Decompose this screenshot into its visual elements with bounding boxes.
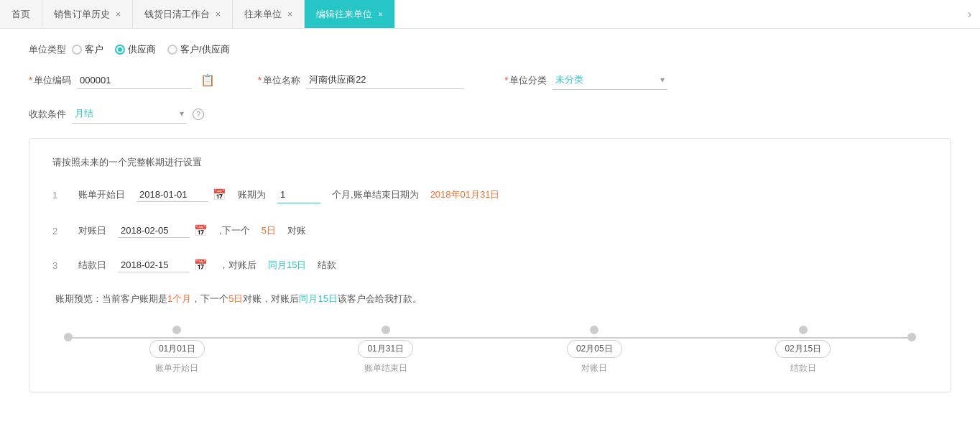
tab-edit-partner[interactable]: 编辑往来单位 × <box>305 0 395 28</box>
unit-category-group: *单位分类 未分类 ▾ <box>504 70 667 90</box>
timeline-dot-3 <box>590 326 598 334</box>
settings-panel: 请按照未来的一个完整帐期进行设置 1 账单开始日 📅 账期为 个月,账单结束日期… <box>29 138 951 392</box>
tab-partner-label: 往来单位 <box>244 8 282 21</box>
tab-sales-history[interactable]: 销售订单历史 × <box>42 0 133 28</box>
timeline-node-3: 02月05日 对账日 <box>490 326 699 374</box>
required-star-name: * <box>258 75 262 86</box>
radio-customer-circle <box>72 45 82 55</box>
setting-row-3: 3 结款日 📅 ，对账后同月15日结款 <box>52 258 928 272</box>
preview-prefix: 账期预览：当前客户账期是 <box>55 293 167 304</box>
settlement-date-input[interactable] <box>118 258 190 272</box>
unit-info-row: *单位编码 📋 *单位名称 *单位分类 未分类 ▾ <box>29 70 951 90</box>
tab-partner[interactable]: 往来单位 × <box>233 0 305 28</box>
setting-label-1: 账单开始日 <box>78 188 125 201</box>
settlement-desc-suffix: 结款 <box>318 259 336 272</box>
timeline-dot-4 <box>799 326 808 334</box>
radio-both[interactable]: 客户/供应商 <box>167 43 230 56</box>
settlement-date-calendar-icon[interactable]: 📅 <box>194 259 208 272</box>
setting-num-1: 1 <box>52 190 67 201</box>
timeline-date-1: 01月01日 <box>149 340 205 358</box>
period-end-date: 2018年01月31日 <box>430 188 500 201</box>
tab-sales-history-label: 销售订单历史 <box>54 8 110 21</box>
unit-name-group: *单位名称 <box>258 72 464 89</box>
reconcile-desc-highlight: 5日 <box>262 224 276 237</box>
timeline-label-1: 账单开始日 <box>155 362 198 374</box>
period-unit: 个月,账单结束日期为 <box>332 188 419 201</box>
timeline-label-3: 对账日 <box>581 362 607 374</box>
tab-partner-close[interactable]: × <box>287 9 292 19</box>
timeline-node-1: 01月01日 账单开始日 <box>73 326 282 374</box>
radio-both-label: 客户/供应商 <box>180 43 230 56</box>
tab-cash-work-close[interactable]: × <box>216 9 221 19</box>
radio-customer-label: 客户 <box>85 43 103 56</box>
required-star-code: * <box>29 75 32 86</box>
preview-text: 账期预览：当前客户账期是1个月，下一个5日对账，对账后同月15日该客户会给我打款… <box>52 293 928 305</box>
unit-code-input[interactable] <box>77 72 192 89</box>
start-date-input[interactable] <box>137 188 208 202</box>
settlement-desc-prefix: ，对账后 <box>219 259 256 272</box>
unit-category-value: 未分类 <box>555 73 655 86</box>
tab-expand-button[interactable]: › <box>959 0 980 28</box>
payment-row: 收款条件 月结 ▾ ? <box>29 104 951 124</box>
unit-code-group: *单位编码 📋 <box>29 72 218 89</box>
tab-edit-partner-label: 编辑往来单位 <box>316 8 372 21</box>
timeline-date-2: 01月31日 <box>358 340 413 358</box>
timeline-end-dot <box>907 333 916 341</box>
payment-select[interactable]: 月结 ▾ <box>72 104 187 124</box>
tab-sales-history-close[interactable]: × <box>116 9 121 19</box>
period-label: 账期为 <box>238 188 266 201</box>
timeline-wrapper: 01月01日 账单开始日 01月31日 账单结束日 02月05日 对账日 02月… <box>52 326 928 374</box>
tab-home[interactable]: 首页 <box>0 0 42 28</box>
timeline-label-2: 账单结束日 <box>364 362 407 374</box>
reconcile-date-calendar-icon[interactable]: 📅 <box>194 224 208 237</box>
payment-label: 收款条件 <box>29 108 66 121</box>
radio-supplier[interactable]: 供应商 <box>115 43 156 56</box>
unit-category-label: *单位分类 <box>504 74 547 87</box>
radio-customer[interactable]: 客户 <box>72 43 103 56</box>
setting-label-2: 对账日 <box>78 224 106 237</box>
setting-label-3: 结款日 <box>78 259 106 272</box>
timeline-start-dot <box>64 333 73 341</box>
tab-edit-partner-close[interactable]: × <box>378 9 383 19</box>
timeline-date-4: 02月15日 <box>775 340 831 358</box>
unit-name-input[interactable] <box>306 72 464 89</box>
reconcile-desc-prefix: ,下一个 <box>219 224 250 237</box>
unit-type-group: 单位类型 客户 供应商 客户/供应商 <box>29 43 230 56</box>
preview-middle2: 对账，对账后 <box>243 293 299 304</box>
preview-suffix: 该客户会给我打款。 <box>338 293 422 304</box>
preview-highlight1: 1个月 <box>167 293 191 304</box>
payment-group: 收款条件 月结 ▾ ? <box>29 104 204 124</box>
preview-middle1: ，下一个 <box>191 293 228 304</box>
timeline: 01月01日 账单开始日 01月31日 账单结束日 02月05日 对账日 02月… <box>52 326 928 374</box>
timeline-label-4: 结款日 <box>790 362 816 374</box>
unit-code-copy-icon[interactable]: 📋 <box>198 72 218 88</box>
main-content: 单位类型 客户 供应商 客户/供应商 *单位编码 <box>0 29 980 437</box>
timeline-date-3: 02月05日 <box>567 340 622 358</box>
unit-name-label: *单位名称 <box>258 74 300 87</box>
unit-code-label: *单位编码 <box>29 74 71 87</box>
timeline-dot-2 <box>382 326 390 334</box>
payment-arrow-icon: ▾ <box>180 109 184 119</box>
setting-date-1: 📅 <box>137 188 226 202</box>
tab-bar: 首页 销售订单历史 × 钱货日清工作台 × 往来单位 × 编辑往来单位 × › <box>0 0 980 29</box>
reconcile-desc-suffix: 对账 <box>287 224 306 237</box>
unit-type-label: 单位类型 <box>29 43 66 56</box>
unit-category-arrow-icon: ▾ <box>660 75 665 85</box>
setting-row-2: 2 对账日 📅 ,下一个5日对账 <box>52 224 928 238</box>
payment-value: 月结 <box>75 107 174 120</box>
tab-home-label: 首页 <box>11 8 30 21</box>
setting-row-1: 1 账单开始日 📅 账期为 个月,账单结束日期为 2018年01月31日 <box>52 186 928 203</box>
payment-help-icon[interactable]: ? <box>193 109 204 120</box>
period-value-input[interactable] <box>277 186 320 203</box>
start-date-calendar-icon[interactable]: 📅 <box>213 188 226 201</box>
unit-type-row: 单位类型 客户 供应商 客户/供应商 <box>29 43 951 56</box>
preview-highlight3: 同月15日 <box>299 293 337 304</box>
setting-num-3: 3 <box>52 260 67 271</box>
timeline-node-4: 02月15日 结款日 <box>699 326 908 374</box>
unit-category-select[interactable]: 未分类 ▾ <box>553 70 667 90</box>
radio-supplier-circle <box>115 45 125 55</box>
reconcile-date-input[interactable] <box>118 224 190 238</box>
tab-cash-work[interactable]: 钱货日清工作台 × <box>133 0 233 28</box>
radio-supplier-label: 供应商 <box>128 43 156 56</box>
unit-type-radio-group: 客户 供应商 客户/供应商 <box>72 43 230 56</box>
